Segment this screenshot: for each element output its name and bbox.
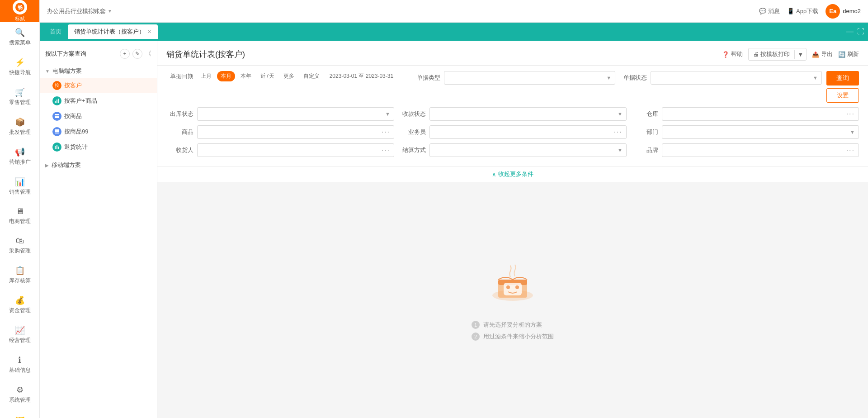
logo-icon: 畅: [13, 0, 27, 14]
sidebar-item-basic-info[interactable]: ℹ 基础信息: [0, 350, 39, 380]
scheme-item-customer-goods[interactable]: 按客户+商品: [40, 93, 157, 109]
export-button[interactable]: 📤 导出: [812, 50, 833, 58]
tab-home[interactable]: 首页: [43, 24, 68, 39]
customer-goods-icon: [52, 96, 61, 105]
brand-dots-icon: ···: [846, 146, 855, 154]
page-header: 销货单统计表(按客户) ❓ 帮助 🖨 按模板打印 ▼: [157, 41, 868, 66]
sidebar-item-search[interactable]: 🔍 搜索菜单: [0, 22, 39, 52]
export-label: 导出: [821, 50, 833, 58]
goods99-icon: [52, 127, 61, 136]
settings-button[interactable]: 设置: [826, 88, 859, 103]
print-label: 按模板打印: [760, 51, 790, 57]
date-tab-last-month[interactable]: 上月: [197, 71, 215, 81]
print-dropdown-icon[interactable]: ▼: [795, 49, 806, 60]
refresh-button[interactable]: 🔄 刷新: [838, 50, 859, 58]
empty-tip-1: 1 请先选择要分析的方案: [472, 321, 554, 329]
app-download-button[interactable]: 📱 App下载: [787, 7, 818, 15]
collapse-panel-button[interactable]: 《: [145, 50, 151, 58]
mobile-scheme-group-header[interactable]: ▶ 移动端方案: [40, 158, 157, 172]
edit-scheme-button[interactable]: ✎: [132, 49, 142, 59]
order-status-select[interactable]: ▼: [651, 71, 822, 85]
desktop-scheme-group: ▼ 电脑端方案 按 按客户 按客户+商品: [40, 62, 157, 157]
sidebar-item-sales[interactable]: 📊 销售管理: [0, 171, 39, 201]
logo[interactable]: 畅 标赋: [0, 0, 39, 22]
industry-selector[interactable]: 办公用品行业模拟账套 ▼: [47, 7, 112, 15]
salesperson-select[interactable]: ···: [429, 125, 627, 139]
sidebar-item-quick-nav-label: 快捷导航: [9, 69, 31, 76]
scheme-item-returns-label: 退货统计: [64, 143, 88, 151]
sidebar-item-inventory[interactable]: 📋 库存核算: [0, 260, 39, 290]
warehouse-select[interactable]: ···: [662, 107, 859, 121]
receiver-select[interactable]: ···: [197, 143, 394, 157]
download-icon: 📱: [787, 8, 794, 14]
scheme-item-returns[interactable]: 退货统计: [40, 139, 157, 155]
sidebar-item-marketing[interactable]: 📢 营销推广: [0, 142, 39, 171]
date-tab-custom[interactable]: 自定义: [300, 71, 323, 81]
tab-sales-stats[interactable]: 销货单统计计表（按客户） ✕: [68, 24, 158, 39]
goods-label: 商品: [166, 128, 193, 136]
order-status-arrow-icon: ▼: [813, 75, 818, 81]
sidebar-item-purchase-label: 采购管理: [9, 247, 31, 255]
date-tab-this-year[interactable]: 本年: [237, 71, 255, 81]
svg-rect-12: [57, 145, 57, 149]
sidebar-item-retail[interactable]: 🛒 零售管理: [0, 82, 39, 112]
date-tab-7days[interactable]: 近7天: [257, 71, 278, 81]
quick-nav-icon: ⚡: [15, 57, 25, 67]
print-button[interactable]: 🖨 按模板打印: [749, 48, 795, 60]
sidebar-item-ecommerce[interactable]: 🖥 电商管理: [0, 201, 39, 231]
svg-rect-13: [58, 147, 59, 149]
help-label: 帮助: [731, 50, 743, 58]
sidebar-item-retail-label: 零售管理: [9, 99, 31, 106]
sidebar-item-wholesale[interactable]: 📦 批发管理: [0, 112, 39, 142]
system-icon: ⚙: [16, 385, 24, 395]
header-right: 💬 消息 📱 App下载 Ea demo2: [759, 4, 861, 19]
receipt-status-select[interactable]: ▼: [429, 107, 627, 121]
print-button-group: 🖨 按模板打印 ▼: [748, 48, 807, 61]
sidebar-item-collab[interactable]: 🤝 企业协同: [0, 409, 39, 418]
order-type-select[interactable]: ▼: [444, 71, 615, 85]
help-icon: ❓: [722, 51, 729, 58]
sidebar-item-quick-nav[interactable]: ⚡ 快捷导航: [0, 52, 39, 82]
help-button[interactable]: ❓ 帮助: [722, 50, 743, 58]
message-button[interactable]: 💬 消息: [759, 7, 780, 15]
ecommerce-icon: 🖥: [16, 207, 24, 216]
collapse-more-button[interactable]: ∧ 收起更多条件: [157, 166, 868, 182]
collapse-icon: 《: [145, 50, 151, 57]
operations-icon: 📈: [15, 325, 25, 335]
user-info[interactable]: Ea demo2: [826, 4, 861, 19]
query-button[interactable]: 查询: [826, 71, 859, 86]
desktop-scheme-group-header[interactable]: ▼ 电脑端方案: [40, 64, 157, 78]
sidebar-item-operations[interactable]: 📈 经营管理: [0, 320, 39, 350]
out-status-select[interactable]: ▼: [197, 107, 394, 121]
out-status-arrow-icon: ▼: [385, 111, 390, 117]
tab-minimize-icon[interactable]: —: [846, 28, 854, 36]
sidebar-item-purchase[interactable]: 🛍 采购管理: [0, 231, 39, 260]
date-tab-more[interactable]: 更多: [280, 71, 298, 81]
scheme-item-goods99[interactable]: 按商品99: [40, 124, 157, 139]
scheme-item-by-customer[interactable]: 按 按客户: [40, 78, 157, 93]
out-status-label: 出库状态: [166, 110, 193, 118]
scheme-item-by-goods[interactable]: 按商品: [40, 109, 157, 124]
dept-select[interactable]: ▼: [662, 125, 859, 139]
tab-close-icon[interactable]: ✕: [147, 29, 151, 35]
dept-label: 部门: [631, 128, 658, 136]
date-tab-this-month[interactable]: 本月: [217, 71, 235, 81]
settlement-select[interactable]: ▼: [429, 143, 627, 157]
brand-select[interactable]: ···: [662, 143, 859, 157]
order-type-label: 单据类型: [413, 74, 440, 82]
empty-tip-2: 2 用过滤条件来缩小分析范围: [472, 332, 554, 341]
warehouse-label: 仓库: [631, 110, 658, 118]
tab-maximize-icon[interactable]: ⛶: [857, 28, 864, 36]
dept-arrow-icon: ▼: [850, 129, 855, 135]
search-icon: 🔍: [15, 28, 25, 38]
tip-num-1: 1: [472, 321, 480, 329]
sidebar-item-finance[interactable]: 💰 资金管理: [0, 290, 39, 320]
add-scheme-button[interactable]: +: [120, 49, 130, 59]
retail-icon: 🛒: [15, 87, 25, 97]
goods-select[interactable]: ···: [197, 125, 394, 139]
collapse-up-icon: ∧: [492, 171, 496, 178]
sidebar-item-sales-label: 销售管理: [9, 188, 31, 196]
sidebar-item-system[interactable]: ⚙ 系统管理: [0, 380, 39, 409]
receiver-dots-icon: ···: [382, 146, 390, 154]
mobile-scheme-group: ▶ 移动端方案: [40, 157, 157, 174]
